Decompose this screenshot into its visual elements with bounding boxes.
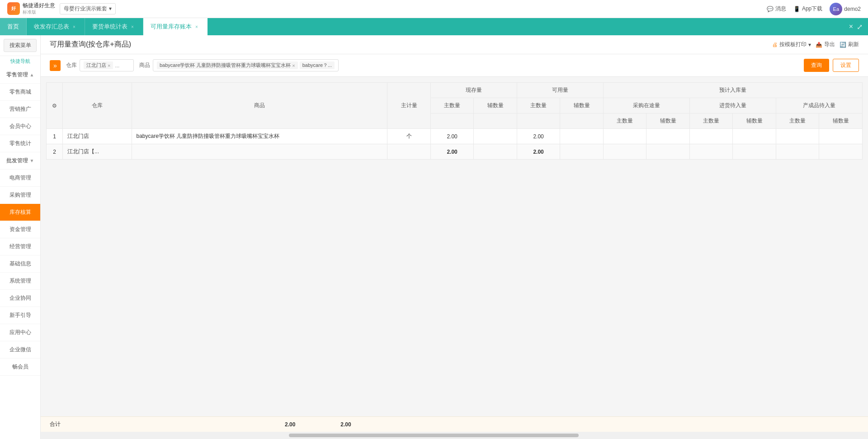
sidebar-item-retail-mall[interactable]: 零售商城 — [0, 84, 40, 101]
col-inc-aux: 辅数量 — [733, 113, 776, 129]
row1-pur-aux — [646, 129, 690, 144]
export-btn[interactable]: 📤 导出 — [816, 41, 835, 48]
sidebar-item-inventory-label: 库存核算 — [9, 209, 31, 215]
table-row: 1 江北门店 babycare学饮杯 儿童防摔防撞吸管杯重力球吸嘴杯宝宝水杯 个… — [47, 129, 863, 144]
expand-btn[interactable]: ⤢ — [857, 23, 863, 31]
filter-toggle-btn[interactable]: » — [50, 60, 61, 71]
filter-warehouse-field: 仓库 江北门店 × ... — [66, 59, 134, 71]
avatar: Ea — [830, 3, 842, 15]
row2-unit — [387, 144, 431, 160]
scroll-area[interactable] — [41, 432, 868, 439]
tab-yaohuo-close[interactable]: × — [129, 24, 136, 30]
sidebar-search-area: 搜索菜单 — [0, 35, 40, 56]
tab-yaohuo-label: 要货单统计表 — [92, 23, 127, 31]
sidebar-item-system[interactable]: 系统管理 — [0, 273, 40, 290]
warehouse-tag-text: 江北门店 — [86, 62, 106, 69]
col-unit-header: 主计量 — [387, 83, 431, 129]
col-incoming-header: 进货待入量 — [689, 98, 776, 113]
product-tag1: babycare学饮杯 儿童防摔防撞吸管杯重力球吸嘴杯宝宝水杯 × — [157, 61, 298, 69]
sidebar-item-purchase-label: 采购管理 — [9, 192, 31, 198]
warehouse-tag-close[interactable]: × — [108, 63, 110, 68]
row2-stock-main: 2.00 — [430, 144, 474, 160]
sidebar: 搜索菜单 快捷导航 零售管理 ▲ 零售商城 营销推广 会员中心 零售统计 批发管… — [0, 35, 41, 439]
row1-pur-main — [603, 129, 646, 144]
col-warehouse-header: 仓库 — [63, 83, 132, 129]
tab-keyongliang-close[interactable]: × — [193, 24, 200, 30]
sidebar-item-purchase[interactable]: 采购管理 — [0, 187, 40, 204]
sidebar-item-basic-info[interactable]: 基础信息 — [0, 255, 40, 273]
row2-avail-main: 2.00 — [517, 144, 560, 160]
row2-product — [132, 144, 387, 160]
chevron-icon: ▲ — [30, 72, 34, 77]
print-icon: 🖨 — [772, 42, 778, 48]
product-label: 商品 — [139, 61, 150, 69]
filter-toggle-icon: » — [53, 62, 57, 69]
settings-btn[interactable]: 设置 — [833, 59, 859, 72]
footer-stock-total: 2.00 — [285, 421, 295, 428]
user-area[interactable]: Ea demo2 — [830, 3, 861, 15]
product-tag2-text: babycare？... — [302, 62, 332, 69]
query-btn[interactable]: 查询 — [804, 59, 829, 72]
message-label: 消息 — [775, 5, 786, 13]
row1-inc-aux — [733, 129, 776, 144]
product-tag1-text: babycare学饮杯 儿童防摔防撞吸管杯重力球吸嘴杯宝宝水杯 — [160, 62, 291, 69]
close-all-btn[interactable]: × — [849, 23, 853, 31]
sidebar-quick-nav[interactable]: 快捷导航 — [0, 56, 40, 66]
sidebar-item-member[interactable]: 会员中心 — [0, 118, 40, 135]
warehouse-more-icon[interactable]: ... — [115, 62, 119, 69]
tab-shoufacun-close[interactable]: × — [71, 24, 77, 30]
product-tag1-close[interactable]: × — [292, 63, 295, 68]
export-label: 导出 — [824, 41, 835, 48]
tab-home[interactable]: 首页 — [0, 18, 27, 35]
template-print-btn[interactable]: 🖨 按模板打印 ▾ — [772, 41, 811, 48]
product-input[interactable]: babycare学饮杯 儿童防摔防撞吸管杯重力球吸嘴杯宝宝水杯 × babyca… — [153, 59, 339, 71]
content-area: 可用量查询(按仓库+商品) 🖨 按模板打印 ▾ 📤 导出 🔄 刷新 — [41, 35, 868, 439]
col-available-header: 可用量 — [517, 83, 603, 98]
page-header: 可用量查询(按仓库+商品) 🖨 按模板打印 ▾ 📤 导出 🔄 刷新 — [41, 35, 868, 54]
sidebar-item-member2-label: 畅会员 — [12, 363, 28, 370]
tab-keyongliang[interactable]: 可用量库存账本 × — [143, 18, 208, 35]
col-stock-header: 现存量 — [430, 83, 517, 98]
logo-icon: 好 — [7, 2, 20, 15]
search-menu-btn[interactable]: 搜索菜单 — [4, 39, 37, 52]
search-menu-label: 搜索菜单 — [9, 42, 31, 48]
tab-shoufacun[interactable]: 收发存汇总表 × — [27, 18, 85, 35]
avatar-text: Ea — [833, 6, 839, 12]
industry-select[interactable]: 母婴行业演示账套 ▾ — [60, 3, 116, 14]
warehouse-input[interactable]: 江北门店 × ... — [80, 59, 134, 71]
sidebar-item-app-center[interactable]: 应用中心 — [0, 324, 40, 341]
sidebar-item-ecommerce[interactable]: 电商管理 — [0, 170, 40, 187]
sidebar-item-operations[interactable]: 经营管理 — [0, 238, 40, 255]
user-name: demo2 — [844, 6, 861, 12]
sidebar-item-retail-stats[interactable]: 零售统计 — [0, 135, 40, 152]
row1-prod-aux — [819, 129, 863, 144]
industry-label: 母婴行业演示账套 — [64, 5, 107, 13]
sidebar-item-finance[interactable]: 资金管理 — [0, 221, 40, 238]
tab-yaohuo[interactable]: 要货单统计表 × — [85, 18, 143, 35]
row2-inc-main — [689, 144, 733, 160]
sidebar-item-marketing[interactable]: 营销推广 — [0, 101, 40, 118]
row1-product: babycare学饮杯 儿童防摔防撞吸管杯重力球吸嘴杯宝宝水杯 — [132, 129, 387, 144]
refresh-btn[interactable]: 🔄 刷新 — [840, 41, 859, 48]
row1-stock-aux — [474, 129, 517, 144]
sidebar-item-wholesale[interactable]: 批发管理 ▼ — [0, 152, 40, 170]
logo-sub: 标准版 — [23, 9, 55, 15]
sidebar-item-retail-mgmt[interactable]: 零售管理 ▲ — [0, 66, 40, 84]
tab-keyongliang-label: 可用量库存账本 — [151, 23, 192, 31]
row2-pur-aux — [646, 144, 690, 160]
sidebar-item-newbie[interactable]: 新手引导 — [0, 307, 40, 324]
sidebar-item-member2[interactable]: 畅会员 — [0, 359, 40, 376]
row2-warehouse: 江北门店【... — [63, 144, 132, 160]
message-btn[interactable]: 💬 消息 — [767, 5, 786, 13]
col-stock-aux-header: 辅数量 — [474, 98, 517, 113]
sidebar-item-enterprise-label: 企业协同 — [9, 295, 31, 301]
sidebar-item-inventory[interactable]: 库存核算 — [0, 204, 40, 221]
app-download-btn[interactable]: 📱 App下载 — [793, 5, 822, 13]
sidebar-item-enterprise[interactable]: 企业协同 — [0, 290, 40, 307]
page-actions: 🖨 按模板打印 ▾ 📤 导出 🔄 刷新 — [772, 41, 859, 48]
logo-area: 好 畅捷通好生意 标准版 — [7, 2, 55, 15]
row1-unit: 个 — [387, 129, 431, 144]
col-settings-header[interactable]: ⚙ — [47, 83, 63, 129]
sidebar-item-wechat[interactable]: 企业微信 — [0, 341, 40, 359]
sidebar-item-retail-mall-label: 零售商城 — [9, 89, 31, 95]
